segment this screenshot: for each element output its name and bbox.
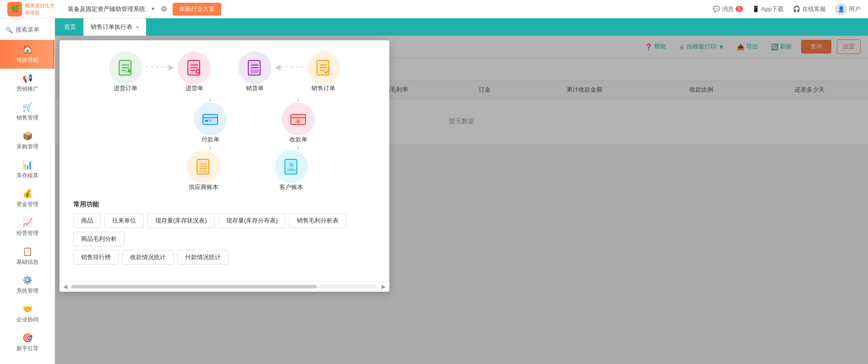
purchase-bill-icon	[185, 59, 203, 77]
sidebar-item-newbie[interactable]: 🎯 新手引导	[0, 328, 55, 357]
sales-bill-circle	[238, 51, 271, 84]
customer-ledger-circle	[275, 150, 308, 183]
tab-sales-order[interactable]: 销售订单执行表 ×	[83, 18, 146, 36]
func-btn-inventory-dist[interactable]: 现存量(库存分布表)	[218, 213, 286, 228]
avatar: 👤	[835, 3, 847, 15]
purchase-order-circle	[109, 51, 142, 84]
flow-row-2-container: ↓ ¥	[73, 96, 376, 150]
sales-icon: 🛒	[22, 102, 33, 112]
dashed-line-2	[280, 66, 303, 67]
flow-node-customer-ledger[interactable]: 客户账本	[275, 150, 308, 191]
online-service-item[interactable]: 🎧 在线客服	[793, 5, 826, 13]
user-area[interactable]: 👤 用户	[835, 3, 861, 15]
scroll-left-icon[interactable]: ◀	[63, 283, 67, 290]
inventory-icon: 📊	[22, 160, 33, 170]
modal-scrollbar[interactable]: ◀ ▶	[60, 281, 389, 292]
sidebar-item-finance[interactable]: 💰 资金管理	[0, 184, 55, 213]
sidebar-item-quick-nav[interactable]: 🏠 快捷导航	[0, 40, 55, 69]
payment-in-icon: ¥	[289, 110, 307, 128]
svg-text:¥: ¥	[296, 119, 300, 124]
svg-rect-38	[199, 170, 208, 173]
modal-inner: 进货订单 ▶	[60, 40, 389, 281]
tab-close-icon[interactable]: ×	[136, 24, 139, 30]
modal-box: 进货订单 ▶	[60, 40, 389, 292]
marketing-icon: 📢	[22, 73, 33, 83]
payment-out-circle: ¥	[194, 103, 227, 136]
customer-ledger-label: 客户账本	[279, 183, 303, 191]
service-icon: 🎧	[793, 5, 800, 12]
tab-home[interactable]: 首页	[57, 18, 83, 36]
flow-node-payment-in[interactable]: ¥ 收款单	[282, 103, 315, 144]
newbie-icon: 🎯	[22, 333, 33, 343]
func-btn-sales-rank[interactable]: 销售排行榜	[73, 250, 119, 265]
sidebar-item-sales[interactable]: 🛒 销售管理	[0, 98, 55, 126]
scroll-right-icon[interactable]: ▶	[382, 283, 386, 290]
down-arrow-purchase: ↓	[209, 96, 212, 103]
purchase-order-label: 进货订单	[114, 84, 137, 92]
arrow-2: ◀	[271, 63, 307, 71]
purchase-bill-label: 进货单	[186, 84, 203, 92]
scrollbar-track[interactable]	[71, 285, 378, 288]
func-btn-sales-margin[interactable]: 销售毛利分析表	[289, 213, 346, 228]
flow-node-sales-bill[interactable]: 销货单	[238, 51, 271, 92]
app-icon: 📱	[752, 5, 759, 12]
operations-icon: 📈	[22, 217, 33, 228]
arrow-right-icon-1: ▶	[169, 63, 174, 71]
func-btn-receipt-stats[interactable]: 收款情况统计	[122, 250, 174, 265]
search-icon: 🔍	[5, 27, 13, 33]
sidebar-item-inventory[interactable]: 📊 库存核算	[0, 155, 55, 184]
experience-btn[interactable]: 体验行业方案	[173, 3, 221, 16]
tab-bar: 首页 销售订单执行表 ×	[55, 18, 868, 36]
svg-rect-26	[205, 120, 208, 122]
sidebar-item-basic-info[interactable]: 📋 基础信息	[0, 242, 55, 271]
sidebar-item-purchase[interactable]: 📦 采购管理	[0, 126, 55, 155]
flow-row-1: 进货订单 ▶	[73, 51, 376, 92]
message-badge: 5	[736, 6, 743, 12]
arrow-left-icon: ◀	[275, 63, 280, 71]
system-title: 装备及固定资产辅助管理系统	[68, 5, 145, 13]
main-layout: 🔍 搜索菜单 🏠 快捷导航 📢 营销推广 🛒 销售管理 📦 采购管理 📊 库存核…	[0, 18, 868, 364]
message-icon: 💬	[713, 5, 720, 12]
func-btn-product[interactable]: 商品	[73, 213, 101, 228]
flow-node-supplier-ledger[interactable]: 供应商账本	[187, 150, 220, 191]
dashed-line-1	[146, 66, 169, 67]
supplier-ledger-label: 供应商账本	[189, 183, 218, 191]
modal-overlay[interactable]: 进货订单 ▶	[55, 36, 868, 364]
message-item[interactable]: 💬 消息 5	[713, 5, 743, 13]
flow-node-purchase-bill[interactable]: 进货单	[178, 51, 211, 92]
enterprise-icon: 🤝	[22, 304, 33, 314]
sidebar-item-enterprise[interactable]: 🤝 企业协同	[0, 299, 55, 328]
func-btn-inventory-status[interactable]: 现存量(库存状况表)	[147, 213, 215, 228]
system-icon: ⚙️	[22, 275, 33, 285]
purchase-bill-circle	[178, 51, 211, 84]
sales-order-circle	[307, 51, 340, 84]
supplier-ledger-circle	[187, 150, 220, 183]
customer-ledger-icon	[282, 158, 300, 176]
flow-node-payment-out[interactable]: ¥ 付款单	[194, 103, 227, 144]
flow-node-sales-order[interactable]: 销售订单	[307, 51, 340, 92]
customer-ledger-col: 客户账本	[275, 150, 308, 191]
func-btn-product-margin[interactable]: 商品毛利分析	[73, 232, 125, 246]
sales-order-icon	[314, 59, 333, 77]
top-bar-left: 🌿 畅康通好生意 标准版 装备及固定资产辅助管理系统 ▼ ⚙ 体验行业方案	[7, 2, 221, 16]
top-bar-right: 💬 消息 5 📱 App下载 🎧 在线客服 👤 用户	[713, 3, 861, 15]
top-bar: 🌿 畅康通好生意 标准版 装备及固定资产辅助管理系统 ▼ ⚙ 体验行业方案 💬 …	[0, 0, 868, 18]
sidebar-item-system[interactable]: ⚙️ 系统管理	[0, 271, 55, 299]
func-btn-counterpart[interactable]: 往来单位	[104, 213, 144, 228]
sidebar-item-operations[interactable]: 📈 经营管理	[0, 213, 55, 242]
flow-node-purchase-order[interactable]: 进货订单	[109, 51, 142, 92]
func-btn-payment-stats[interactable]: 付款情况统计	[177, 250, 229, 265]
payment-in-circle: ¥	[282, 103, 315, 136]
settings-icon[interactable]: ⚙	[161, 5, 167, 13]
sidebar-item-marketing[interactable]: 📢 营销推广	[0, 69, 55, 98]
logo-text: 畅康通好生意 标准版	[25, 2, 55, 16]
func-buttons-row1: 商品 往来单位 现存量(库存状况表) 现存量(库存分布表) 销售毛利分析表 商品…	[73, 213, 376, 246]
flow-row-3-container: 供应商账本	[73, 150, 376, 191]
page-content: ❓ 帮助 🖨 按模板打印 ▼ 📤 导出 🔄 刷新 查询 设置	[55, 36, 868, 364]
app-download-item[interactable]: 📱 App下载	[752, 5, 784, 13]
dropdown-arrow-icon[interactable]: ▼	[151, 6, 155, 11]
scrollbar-thumb	[71, 285, 317, 288]
basic-info-icon: 📋	[22, 246, 33, 256]
search-menu[interactable]: 🔍 搜索菜单	[0, 22, 55, 38]
finance-icon: 💰	[22, 189, 33, 199]
